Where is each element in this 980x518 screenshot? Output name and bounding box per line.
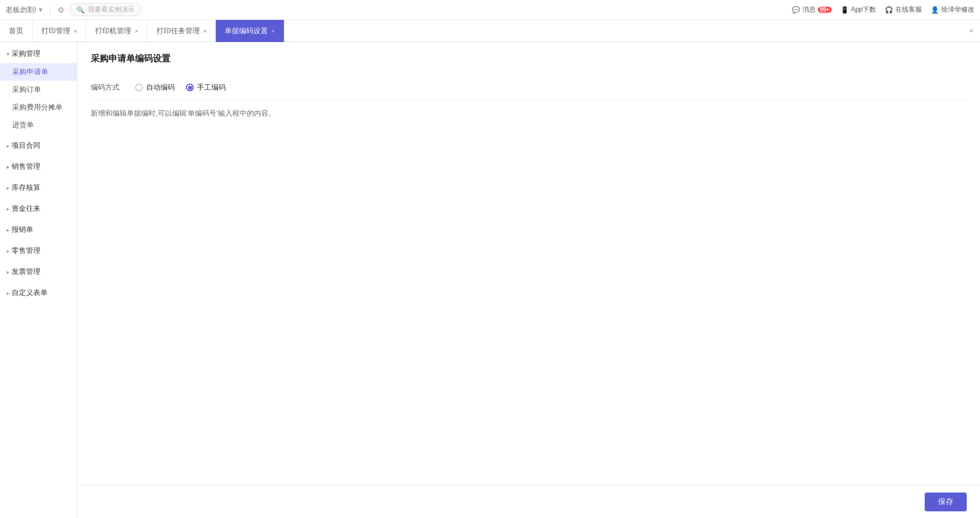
msg-label: 消息 <box>802 5 816 14</box>
sidebar-group-project-contract-label: 项目合同 <box>12 141 40 151</box>
chevron-right-icon5: ▸ <box>7 227 9 233</box>
save-button[interactable]: 保存 <box>925 493 967 511</box>
sidebar-item-purchase-expense[interactable]: 采购费用分摊单 <box>0 99 77 116</box>
app-label: App下数 <box>851 5 876 14</box>
tab-print-mgmt-label: 打印管理 <box>42 26 70 36</box>
auto-coding-radio[interactable]: 自动编码 <box>135 82 175 92</box>
sidebar-group-invoice-title[interactable]: ▸ 发票管理 <box>0 262 77 281</box>
sidebar-group-invoice-label: 发票管理 <box>12 267 40 277</box>
chevron-right-icon2: ▸ <box>7 164 9 170</box>
manual-coding-circle <box>186 84 194 91</box>
sidebar-item-purchase-request[interactable]: 采购申请单 <box>0 63 77 81</box>
tab-print-mgmt-close[interactable]: × <box>74 28 77 34</box>
sidebar-group-return-title[interactable]: ▸ 报销单 <box>0 220 77 239</box>
sidebar-group-custom-form: ▸ 自定义表单 <box>0 283 77 302</box>
sidebar-group-fund: ▸ 资金往来 <box>0 199 77 218</box>
tab-bar: 首页 打印管理 × 打印机管理 × 打印任务管理 × 单据编码设置 × × <box>0 20 980 42</box>
close-all-button[interactable]: × <box>962 27 980 35</box>
service-label: 在线客服 <box>895 5 922 14</box>
user-name: 徐泽华修改 <box>941 5 974 14</box>
sidebar-group-retail: ▸ 零售管理 <box>0 241 77 260</box>
chevron-right-icon4: ▸ <box>7 206 9 212</box>
dropdown-icon[interactable]: ▾ <box>39 6 43 14</box>
sidebar-group-sales-title[interactable]: ▸ 销售管理 <box>0 157 77 176</box>
sidebar-group-inventory-title[interactable]: ▸ 库存核算 <box>0 178 77 197</box>
msg-badge: 99+ <box>818 7 832 13</box>
msg-button[interactable]: 💬 消息 99+ <box>792 5 832 14</box>
search-text: 我要看实例演示 <box>88 5 134 14</box>
chevron-down-icon: ▾ <box>7 51 9 57</box>
tab-single-code[interactable]: 单据编码设置 × <box>216 20 284 42</box>
sidebar-group-purchase-title[interactable]: ▾ 采购管理 <box>0 44 77 63</box>
app-logo: 老板勿割! ▾ <box>6 5 43 15</box>
chevron-right-icon: ▸ <box>7 143 9 149</box>
main-layout: ▾ 采购管理 采购申请单 采购订单 采购费用分摊单 进货单 ▸ 项目合同 <box>0 42 980 518</box>
top-bar-right: 💬 消息 99+ 📱 App下数 🎧 在线客服 👤 徐泽华修改 <box>792 5 974 14</box>
tab-print-task[interactable]: 打印任务管理 × <box>148 20 216 42</box>
logo-text: 老板勿割! <box>6 5 37 15</box>
sidebar-group-invoice: ▸ 发票管理 <box>0 262 77 281</box>
online-service-button[interactable]: 🎧 在线客服 <box>885 5 922 14</box>
tab-printer-mgmt-label: 打印机管理 <box>95 26 131 36</box>
sidebar-group-retail-label: 零售管理 <box>12 246 40 256</box>
hint-text: 新增和编辑单据编时,可以编辑'单编码号'输入框中的内容。 <box>91 100 967 127</box>
sidebar-group-purchase: ▾ 采购管理 采购申请单 采购订单 采购费用分摊单 进货单 <box>0 44 77 134</box>
content-area: 采购申请单编码设置 编码方式 自动编码 手工编码 <box>77 42 980 518</box>
user-profile[interactable]: 👤 徐泽华修改 <box>931 5 974 14</box>
chevron-right-icon8: ▸ <box>7 290 9 296</box>
content-main: 采购申请单编码设置 编码方式 自动编码 手工编码 <box>77 42 980 485</box>
top-bar: 老板勿割! ▾ | ⚙ 🔍 我要看实例演示 💬 消息 99+ 📱 App下数 🎧… <box>0 0 980 20</box>
sidebar-group-project-contract-title[interactable]: ▸ 项目合同 <box>0 136 77 155</box>
settings-icon[interactable]: ⚙ <box>58 6 65 14</box>
sidebar-group-inventory-label: 库存核算 <box>12 183 40 193</box>
sidebar-item-stock-in-label: 进货单 <box>12 121 34 129</box>
tab-home[interactable]: 首页 <box>0 20 33 42</box>
sidebar-group-custom-form-label: 自定义表单 <box>12 288 48 298</box>
sidebar-group-sales-label: 销售管理 <box>12 162 40 172</box>
auto-coding-circle <box>135 84 143 91</box>
sidebar-item-purchase-request-label: 采购申请单 <box>12 68 48 76</box>
tab-print-task-close[interactable]: × <box>203 28 206 34</box>
tab-print-mgmt[interactable]: 打印管理 × <box>33 20 86 42</box>
sidebar-group-fund-title[interactable]: ▸ 资金往来 <box>0 199 77 218</box>
tab-single-code-label: 单据编码设置 <box>225 26 268 36</box>
service-icon: 🎧 <box>885 6 893 14</box>
tab-single-code-close[interactable]: × <box>271 28 274 34</box>
tab-printer-mgmt-close[interactable]: × <box>134 28 138 34</box>
app-download-button[interactable]: 📱 App下数 <box>841 5 876 14</box>
content-footer: 保存 <box>77 485 980 518</box>
sidebar-group-purchase-label: 采购管理 <box>12 49 40 59</box>
tab-home-label: 首页 <box>9 26 23 36</box>
sidebar-group-return: ▸ 报销单 <box>0 220 77 239</box>
chevron-right-icon6: ▸ <box>7 248 9 254</box>
search-icon: 🔍 <box>76 6 85 14</box>
tab-printer-mgmt[interactable]: 打印机管理 × <box>86 20 147 42</box>
sidebar-group-project-contract: ▸ 项目合同 <box>0 136 77 155</box>
chevron-right-icon7: ▸ <box>7 269 9 275</box>
manual-coding-radio[interactable]: 手工编码 <box>186 82 226 92</box>
sidebar-group-retail-title[interactable]: ▸ 零售管理 <box>0 241 77 260</box>
sidebar-item-stock-in[interactable]: 进货单 <box>0 116 77 134</box>
msg-icon: 💬 <box>792 6 800 14</box>
user-icon: 👤 <box>931 6 939 14</box>
radio-group: 自动编码 手工编码 <box>135 82 226 92</box>
manual-coding-label: 手工编码 <box>197 82 226 92</box>
page-title: 采购申请单编码设置 <box>91 53 967 65</box>
chevron-right-icon3: ▸ <box>7 185 9 191</box>
sidebar-item-purchase-expense-label: 采购费用分摊单 <box>12 103 63 111</box>
sidebar: ▾ 采购管理 采购申请单 采购订单 采购费用分摊单 进货单 ▸ 项目合同 <box>0 42 77 518</box>
sidebar-item-purchase-order[interactable]: 采购订单 <box>0 81 77 99</box>
tab-print-task-label: 打印任务管理 <box>157 26 200 36</box>
sidebar-group-return-label: 报销单 <box>12 225 33 235</box>
sidebar-group-inventory: ▸ 库存核算 <box>0 178 77 197</box>
search-bar[interactable]: 🔍 我要看实例演示 <box>69 3 142 16</box>
sidebar-group-fund-label: 资金往来 <box>12 204 40 214</box>
coding-row: 编码方式 自动编码 手工编码 <box>91 76 967 100</box>
sidebar-group-sales: ▸ 销售管理 <box>0 157 77 176</box>
coding-label: 编码方式 <box>91 82 124 92</box>
auto-coding-label: 自动编码 <box>146 82 175 92</box>
sidebar-item-purchase-order-label: 采购订单 <box>12 85 41 94</box>
sidebar-group-custom-form-title[interactable]: ▸ 自定义表单 <box>0 283 77 302</box>
top-bar-left: 老板勿割! ▾ | ⚙ 🔍 我要看实例演示 <box>6 3 142 16</box>
coding-section: 编码方式 自动编码 手工编码 新增和编辑单据编时,可以编辑'单编码号'输入框中的… <box>91 76 967 127</box>
